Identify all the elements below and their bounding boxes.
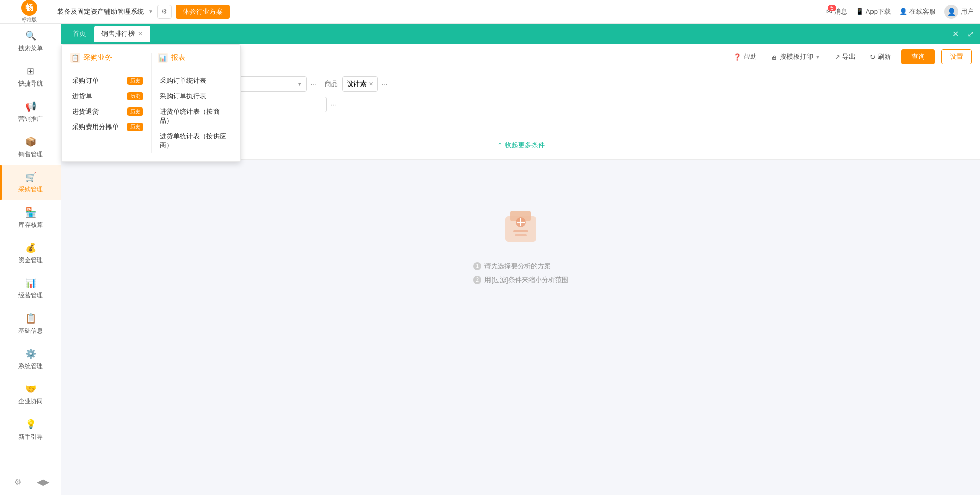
goods-filter-item: 商品 设计素 ✕ ···	[325, 76, 388, 92]
salesperson-select[interactable]	[235, 97, 327, 112]
sidebar-label-operations: 经营管理	[18, 291, 43, 300]
collapse-sidebar-btn[interactable]: ◀▶	[35, 474, 51, 490]
dropdown-item-order-stat[interactable]: 采购订单统计表	[158, 73, 232, 89]
svg-rect-5	[513, 230, 528, 232]
sidebar-bottom: ⚙ ◀▶	[0, 468, 61, 495]
logo-subtext: 标准版	[22, 16, 37, 24]
quick-nav-icon: ⊞	[25, 65, 37, 77]
logo-area: 畅 标准版	[6, 0, 52, 24]
print-btn[interactable]: 🖨 按模板打印 ▼	[767, 50, 824, 63]
purchase-order-history-badge: 历史	[127, 77, 143, 85]
sidebar-label-quick-nav: 快捷导航	[18, 79, 43, 88]
finance-icon: 💰	[25, 242, 37, 254]
sidebar-item-basic-info[interactable]: 📋 基础信息	[0, 306, 61, 341]
goods-tag-close[interactable]: ✕	[369, 81, 373, 88]
tab-sales-rank[interactable]: 销售排行榜 ✕	[94, 26, 150, 42]
search-icon: 🔍	[25, 30, 37, 42]
goods-dots[interactable]: ···	[382, 80, 388, 88]
goods-tag-value: 设计素	[347, 79, 367, 89]
dropdown-item-order-exec[interactable]: 采购订单执行表	[158, 89, 232, 104]
purchase-dropdown: 📋 采购业务 采购订单 历史 进货单 历史 进货退货 历史 采购费用分摊单 历史…	[61, 44, 241, 162]
stock-return-label: 进货退货	[72, 107, 99, 116]
sidebar-label-finance: 资金管理	[18, 256, 43, 265]
tab-close-all-btn[interactable]: ✕	[950, 27, 961, 41]
dropdown-col1-title: 📋 采购业务	[70, 53, 145, 67]
tab-expand-btn[interactable]: ⤢	[965, 27, 976, 41]
sidebar-item-sales[interactable]: 📦 销售管理	[0, 130, 61, 165]
sidebar-item-quick-nav[interactable]: ⊞ 快捷导航	[0, 59, 61, 94]
sidebar-item-finance[interactable]: 💰 资金管理	[0, 235, 61, 271]
refresh-btn[interactable]: ↻ 刷新	[866, 50, 895, 63]
tab-bar: 首页 销售排行榜 ✕ ✕ ⤢	[61, 24, 980, 44]
app-download-label: App下载	[866, 7, 891, 16]
sidebar-item-search[interactable]: 🔍 搜索菜单	[0, 24, 61, 59]
dropdown-item-stock-return[interactable]: 进货退货 历史	[70, 104, 145, 119]
message-icon-wrapper: ✉ 5	[826, 8, 832, 15]
basic-info-icon: 📋	[25, 312, 37, 325]
empty-hint-1-text: 请先选择要分析的方案	[484, 260, 551, 272]
doc-status-arrow: ▼	[297, 81, 302, 87]
export-btn[interactable]: ↗ 导出	[830, 50, 860, 63]
system-area: 装备及固定资产辅助管理系统 ▼ ⚙ 体验行业方案	[57, 5, 826, 19]
collapse-label: 收起更多条件	[505, 141, 545, 150]
print-dropdown-arrow: ▼	[815, 54, 820, 60]
help-icon: ❓	[733, 53, 741, 61]
doc-status-dots[interactable]: ···	[311, 80, 316, 88]
salesperson-dots[interactable]: ···	[331, 101, 336, 109]
dropdown-item-stock-in[interactable]: 进货单 历史	[70, 89, 145, 104]
dropdown-col2-title-text: 报表	[171, 53, 185, 62]
empty-text: 1 请先选择要分析的方案 2 用[过滤]条件来缩小分析范围	[473, 260, 568, 286]
help-btn[interactable]: ❓ 帮助	[729, 50, 761, 63]
print-icon: 🖨	[771, 53, 778, 61]
dropdown-item-purchase-order[interactable]: 采购订单 历史	[70, 73, 145, 89]
collapse-up-icon: ⌃	[497, 142, 503, 149]
dropdown-col-purchase: 📋 采购业务 采购订单 历史 进货单 历史 进货退货 历史 采购费用分摊单 历史	[70, 53, 145, 153]
sidebar-label-basic-info: 基础信息	[18, 327, 43, 335]
reports-col-icon: 📊	[158, 53, 168, 63]
system-settings-btn[interactable]: ⚙	[157, 5, 172, 19]
sidebar-item-purchase[interactable]: 🛒 采购管理	[0, 165, 61, 200]
sidebar-item-enterprise[interactable]: 🤝 企业协同	[0, 377, 61, 412]
app-download-btn[interactable]: 📱 App下载	[856, 7, 891, 16]
user-avatar: 👤	[944, 5, 958, 19]
empty-hint-2-text: 用[过滤]条件来缩小分析范围	[484, 274, 568, 286]
topbar: 畅 标准版 装备及固定资产辅助管理系统 ▼ ⚙ 体验行业方案 ✉ 5 消息 📱 …	[0, 0, 980, 24]
export-label: 导出	[842, 52, 856, 61]
stockin-stat-supplier-label: 进货单统计表（按供应商）	[160, 132, 230, 150]
dropdown-item-stockin-stat-goods[interactable]: 进货单统计表（按商品）	[158, 104, 232, 128]
operations-icon: 📊	[25, 277, 37, 289]
refresh-icon: ↻	[870, 53, 876, 61]
system-dropdown-arrow[interactable]: ▼	[148, 9, 153, 14]
step-2-icon: 2	[473, 276, 481, 284]
dropdown-item-stockin-stat-supplier[interactable]: 进货单统计表（按供应商）	[158, 128, 232, 153]
settings-btn[interactable]: 设置	[941, 49, 972, 64]
sidebar-item-guide[interactable]: 💡 新手引导	[0, 412, 61, 447]
inventory-icon: 🏪	[25, 206, 37, 219]
sidebar-item-system[interactable]: ⚙️ 系统管理	[0, 341, 61, 377]
sidebar-label-inventory: 库存核算	[18, 221, 43, 229]
industry-btn[interactable]: 体验行业方案	[176, 5, 230, 19]
system-icon: ⚙️	[25, 348, 37, 360]
system-name: 装备及固定资产辅助管理系统	[57, 7, 144, 16]
sidebar-item-operations[interactable]: 📊 经营管理	[0, 271, 61, 306]
empty-hint-1: 1 请先选择要分析的方案	[473, 260, 568, 272]
settings-bottom-btn[interactable]: ⚙	[10, 474, 26, 490]
tab-close-btn[interactable]: ✕	[138, 30, 143, 37]
tab-home-label: 首页	[73, 29, 86, 38]
message-badge: 5	[828, 5, 836, 11]
sidebar-item-marketing[interactable]: 📢 营销推广	[0, 94, 61, 130]
dropdown-item-purchase-expense[interactable]: 采购费用分摊单 历史	[70, 119, 145, 135]
dropdown-col-reports: 📊 报表 采购订单统计表 采购订单执行表 进货单统计表（按商品） 进货单统计表（…	[158, 53, 232, 153]
query-btn[interactable]: 查询	[901, 49, 935, 64]
goods-tag[interactable]: 设计素 ✕	[342, 76, 378, 92]
tab-home[interactable]: 首页	[66, 26, 93, 42]
order-stat-label: 采购订单统计表	[160, 76, 206, 85]
message-btn[interactable]: ✉ 5 消息	[826, 7, 847, 16]
sidebar-item-inventory[interactable]: 🏪 库存核算	[0, 200, 61, 235]
sidebar-label-enterprise: 企业协同	[18, 397, 43, 406]
phone-icon: 📱	[856, 8, 864, 15]
user-label: 用户	[961, 7, 974, 16]
user-btn[interactable]: 👤 用户	[944, 5, 974, 19]
online-service-btn[interactable]: 👤 在线客服	[899, 7, 936, 16]
sidebar-label-marketing: 营销推广	[18, 115, 43, 123]
